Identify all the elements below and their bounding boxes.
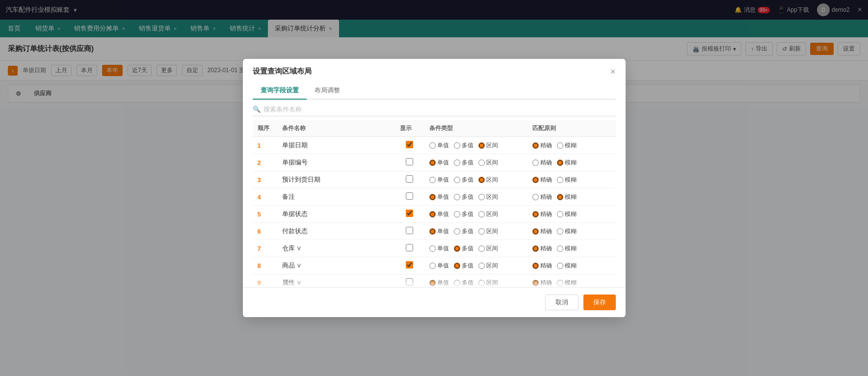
modal-search-bar: 🔍 <box>253 106 616 107</box>
search-input[interactable] <box>263 106 362 107</box>
modal-title: 设置查询区域布局 <box>253 67 312 76</box>
modal-close-btn[interactable]: × <box>610 67 616 76</box>
modal-tab-layout[interactable]: 布局调整 <box>307 82 348 100</box>
search-icon: 🔍 <box>253 106 261 107</box>
modal-tabs: 查询字段设置 布局调整 <box>253 82 616 100</box>
modal-dialog: 设置查询区域布局 × 查询字段设置 布局调整 🔍 顺序 条件名称 显示 条件类型 <box>243 59 626 107</box>
modal-overlay: 设置查询区域布局 × 查询字段设置 布局调整 🔍 顺序 条件名称 显示 条件类型 <box>0 0 868 107</box>
modal-header: 设置查询区域布局 × <box>243 59 626 76</box>
modal-tab-query[interactable]: 查询字段设置 <box>253 82 307 100</box>
